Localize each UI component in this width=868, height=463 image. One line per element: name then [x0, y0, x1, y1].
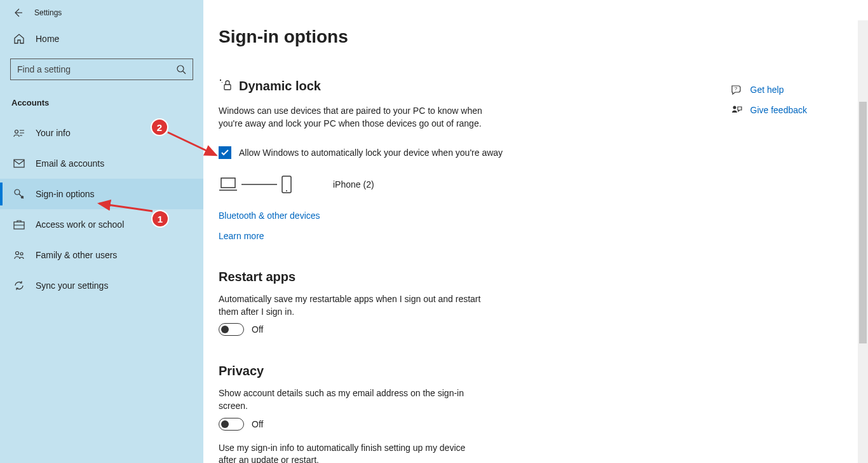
sidebar-item-label: Access work or school: [36, 219, 124, 230]
annotation-badge-1: 1: [151, 210, 169, 228]
dynamic-lock-heading: Dynamic lock: [239, 79, 321, 93]
home-label: Home: [36, 34, 59, 44]
sidebar-item-sync[interactable]: Sync your settings: [0, 270, 203, 301]
sidebar-item-label: Sign-in options: [36, 189, 95, 199]
restart-apps-toggle-label: Off: [252, 324, 263, 335]
sidebar: Settings Home Accounts Your info Email &…: [0, 0, 203, 463]
restart-apps-description: Automatically save my restartable apps w…: [219, 293, 485, 318]
privacy-heading: Privacy: [219, 364, 853, 378]
dynamic-lock-checkbox-row: Allow Windows to automatically lock your…: [219, 146, 853, 159]
annotation-badge-2: 2: [151, 118, 168, 136]
svg-point-0: [177, 66, 184, 72]
checkmark-icon: [220, 148, 229, 157]
svg-point-5: [16, 252, 19, 255]
dynamic-lock-description: Windows can use devices that are paired …: [219, 105, 485, 130]
feedback-icon: [729, 104, 744, 116]
svg-rect-2: [14, 160, 24, 167]
paired-device-row: iPhone (2): [219, 176, 853, 193]
sidebar-item-label: Family & other users: [36, 250, 117, 260]
scrollbar-thumb[interactable]: [859, 102, 867, 343]
search-box[interactable]: [10, 59, 193, 80]
privacy-toggle-label: Off: [252, 419, 263, 429]
svg-point-15: [733, 106, 736, 109]
paired-device-name: iPhone (2): [333, 179, 374, 190]
privacy-toggle-row: Off: [219, 418, 853, 431]
privacy-description: Show account details such as my email ad…: [219, 387, 485, 412]
main-content: Sign-in options Dynamic lock Windows can…: [203, 0, 868, 463]
get-help-link[interactable]: ? Get help: [729, 84, 808, 95]
home-nav[interactable]: Home: [0, 25, 203, 52]
svg-line-17: [168, 132, 216, 155]
search-icon: [176, 64, 186, 74]
category-label: Accounts: [11, 98, 203, 107]
svg-rect-10: [221, 178, 235, 188]
titlebar: Settings: [0, 0, 203, 25]
dynamic-lock-icon: [219, 78, 233, 95]
device-graphic: [219, 176, 292, 193]
give-feedback-label: Give feedback: [750, 105, 808, 115]
people-icon: [13, 250, 25, 260]
svg-point-1: [15, 130, 18, 134]
search-input[interactable]: [17, 64, 176, 74]
privacy-description-2: Use my sign-in info to automatically fin…: [219, 442, 485, 463]
briefcase-icon: [13, 219, 25, 230]
connection-line-icon: [241, 183, 277, 186]
sync-icon: [13, 280, 25, 291]
sidebar-item-label: Email & accounts: [36, 158, 104, 169]
page-title: Sign-in options: [219, 27, 853, 47]
svg-point-6: [20, 252, 23, 255]
svg-line-16: [99, 204, 153, 211]
sidebar-item-label: Your info: [36, 128, 71, 138]
dynamic-lock-checkbox-label: Allow Windows to automatically lock your…: [239, 148, 503, 158]
laptop-icon: [219, 177, 238, 192]
person-card-icon: [13, 128, 25, 138]
back-button[interactable]: [8, 3, 28, 23]
svg-rect-9: [224, 85, 231, 90]
right-rail: ? Get help Give feedback: [729, 84, 808, 125]
window-title: Settings: [34, 8, 62, 17]
svg-text:?: ?: [734, 86, 737, 92]
sidebar-item-family[interactable]: Family & other users: [0, 240, 203, 270]
restart-apps-toggle[interactable]: [219, 323, 244, 336]
home-icon: [13, 33, 25, 45]
annotation-arrow-2: [164, 128, 221, 160]
give-feedback-link[interactable]: Give feedback: [729, 104, 808, 116]
restart-apps-toggle-row: Off: [219, 323, 853, 336]
mail-icon: [13, 159, 25, 168]
back-arrow-icon: [13, 8, 23, 18]
sidebar-item-label: Sync your settings: [36, 280, 108, 291]
scrollbar-track[interactable]: [858, 20, 868, 463]
restart-apps-heading: Restart apps: [219, 270, 853, 284]
svg-point-13: [286, 190, 287, 191]
get-help-label: Get help: [750, 85, 784, 95]
key-icon: [13, 188, 25, 200]
bluetooth-devices-link[interactable]: Bluetooth & other devices: [219, 211, 320, 221]
annotation-arrow-1: [94, 197, 158, 216]
learn-more-link[interactable]: Learn more: [219, 231, 264, 241]
privacy-toggle[interactable]: [219, 418, 244, 431]
phone-icon: [281, 176, 292, 193]
svg-point-3: [15, 190, 20, 195]
help-icon: ?: [729, 84, 744, 95]
